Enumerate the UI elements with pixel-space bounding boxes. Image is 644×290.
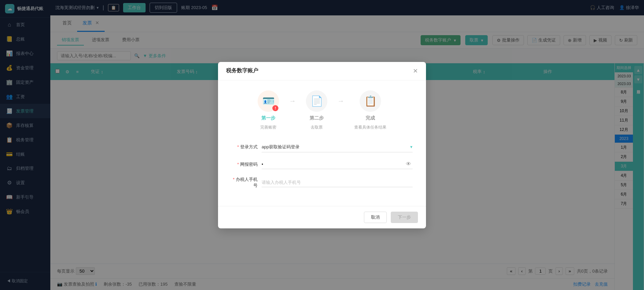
- step1-label: 第一步: [261, 115, 275, 121]
- password-label: * 网报密码: [231, 161, 262, 167]
- step1-icon: 🪪: [262, 95, 275, 107]
- form-row-login-method: * 登录方式 app获取验证码登录 ▾: [231, 142, 413, 152]
- step-2: 📄 第二步 去取票: [306, 90, 327, 130]
- step-arrow-2: →: [327, 97, 354, 105]
- login-method-control: app获取验证码登录 ▾: [262, 142, 413, 152]
- modal-footer: 取消 下一步: [218, 206, 426, 228]
- password-wrap: 👁: [262, 160, 413, 169]
- step3-icon: 📋: [364, 95, 377, 107]
- step3-label: 完成: [366, 115, 375, 121]
- tax-account-modal: 税务数字账户 ✕ 🪪 ! 第一步 完善账密 →: [218, 62, 426, 228]
- modal-overlay[interactable]: 税务数字账户 ✕ 🪪 ! 第一步 完善账密 →: [0, 0, 644, 290]
- modal-form: * 登录方式 app获取验证码登录 ▾ * 网报密码: [231, 142, 413, 189]
- select-dropdown-icon: ▾: [410, 144, 413, 149]
- step1-icon-wrap: 🪪 !: [258, 90, 279, 112]
- modal-title: 税务数字账户: [226, 67, 258, 74]
- login-method-label: * 登录方式: [231, 144, 262, 150]
- modal-body: 🪪 ! 第一步 完善账密 → 📄 第二步 去取票 →: [218, 80, 426, 206]
- password-toggle-icon[interactable]: 👁: [405, 161, 413, 167]
- required-mark-3: *: [233, 177, 234, 182]
- required-mark-2: *: [237, 162, 239, 167]
- form-row-password: * 网报密码 👁: [231, 160, 413, 169]
- step3-desc: 查看具体任务结果: [354, 125, 386, 130]
- step-1: 🪪 ! 第一步 完善账密: [258, 90, 279, 130]
- step1-badge: !: [272, 105, 278, 111]
- phone-label: * 办税人手机号: [231, 176, 262, 189]
- password-input[interactable]: [262, 160, 405, 169]
- phone-control: [262, 178, 413, 187]
- step-arrow-1: →: [279, 97, 306, 105]
- step2-icon-wrap: 📄: [306, 90, 327, 112]
- password-control: 👁: [262, 160, 413, 169]
- steps-indicator: 🪪 ! 第一步 完善账密 → 📄 第二步 去取票 →: [231, 90, 413, 130]
- modal-header: 税务数字账户 ✕: [218, 62, 426, 80]
- step2-label: 第二步: [310, 115, 324, 121]
- step2-desc: 去取票: [311, 125, 323, 130]
- modal-close-button[interactable]: ✕: [413, 67, 418, 75]
- required-mark-1: *: [237, 144, 239, 149]
- phone-input[interactable]: [262, 178, 413, 187]
- login-method-select[interactable]: app获取验证码登录 ▾: [262, 142, 413, 152]
- next-step-button[interactable]: 下一步: [391, 212, 418, 223]
- form-row-phone: * 办税人手机号: [231, 176, 413, 189]
- step3-icon-wrap: 📋: [360, 90, 381, 112]
- step1-desc: 完善账密: [260, 125, 276, 130]
- step2-icon: 📄: [311, 95, 323, 107]
- step-3: 📋 完成 查看具体任务结果: [354, 90, 386, 130]
- cancel-button[interactable]: 取消: [364, 212, 387, 223]
